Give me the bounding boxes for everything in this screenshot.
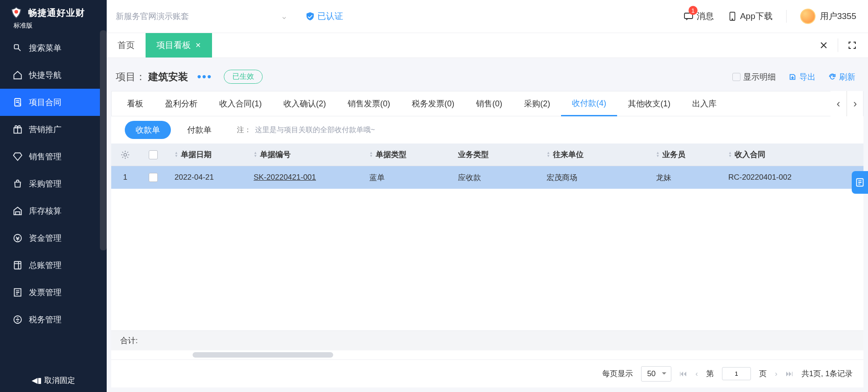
page-prefix: 第 [706, 368, 714, 379]
sidebar-item-tax[interactable]: 税务管理 [0, 306, 107, 333]
per-page-label: 每页显示 [602, 368, 633, 379]
sidebar-item-home[interactable]: 快捷导航 [0, 62, 107, 89]
sidebar-item-invoice[interactable]: 发票管理 [0, 279, 107, 306]
category-tab[interactable]: 出入库 [681, 91, 727, 116]
sidebar-item-label: 搜索菜单 [29, 43, 61, 53]
show-detail-toggle[interactable]: 显示明细 [732, 72, 776, 82]
user-menu[interactable]: 用户3355 [800, 9, 856, 24]
close-icon[interactable]: ✕ [195, 41, 201, 49]
divider [786, 10, 787, 23]
cell-party: 宏茂商场 [539, 172, 649, 183]
category-tab[interactable]: 销售(0) [465, 91, 513, 116]
sub-tab[interactable]: 付款单 [176, 121, 222, 139]
table-body: 12022-04-21SK-20220421-001蓝单应收款宏茂商场龙妹RC-… [111, 166, 863, 330]
svg-point-10 [732, 19, 733, 20]
svg-rect-1 [14, 45, 19, 49]
category-tab[interactable]: 收入确认(2) [273, 91, 337, 116]
last-page-button[interactable]: ⏭ [786, 369, 793, 378]
messages-button[interactable]: 消息 1 [683, 10, 714, 22]
column-docno[interactable]: 单据编号 [246, 149, 362, 160]
brand-edition: 标准版 [0, 22, 107, 34]
sidebar-item-diamond[interactable]: 销售管理 [0, 143, 107, 170]
nav: 搜索菜单快捷导航项目合同营销推广销售管理采购管理库存核算资金管理总账管理发票管理… [0, 34, 107, 369]
category-tab[interactable]: 收付款(4) [561, 91, 617, 116]
row-checkbox[interactable] [139, 173, 167, 182]
tab-scroll-left-button[interactable]: ‹ [830, 91, 847, 116]
more-actions-button[interactable]: ••• [197, 70, 212, 84]
export-button[interactable]: 导出 [788, 72, 816, 82]
app-download-button[interactable]: App下载 [727, 10, 773, 22]
category-tab[interactable]: 税务发票(0) [401, 91, 465, 116]
main: 新服务官网演示账套 ⌄ 已认证 消息 1 App下载 [107, 0, 868, 392]
sidebar-item-contract[interactable]: 项目合同 [0, 89, 107, 116]
refresh-button[interactable]: 刷新 [828, 72, 855, 82]
sidebar: 畅捷通好业财 标准版 搜索菜单快捷导航项目合同营销推广销售管理采购管理库存核算资… [0, 0, 107, 392]
next-page-button[interactable]: › [775, 369, 778, 378]
download-label: App下载 [740, 10, 773, 22]
mobile-icon [727, 11, 737, 21]
category-tab[interactable]: 盈利分析 [154, 91, 208, 116]
column-date[interactable]: 单据日期 [167, 149, 246, 160]
bag-icon [13, 179, 23, 189]
sidebar-item-label: 资金管理 [29, 233, 61, 244]
docno-link[interactable]: SK-20220421-001 [254, 173, 316, 182]
divider [838, 38, 838, 52]
sidebar-item-warehouse[interactable]: 库存核算 [0, 197, 107, 225]
cell-contract: RC-20220401-002 [721, 173, 839, 182]
refresh-label: 刷新 [839, 72, 855, 82]
sidebar-item-gift[interactable]: 营销推广 [0, 116, 107, 143]
column-person[interactable]: 业务员 [649, 149, 721, 160]
sidebar-scrollbar[interactable] [100, 30, 107, 250]
first-page-button[interactable]: ⏮ [679, 369, 687, 378]
category-tab[interactable]: 销售发票(0) [337, 91, 401, 116]
page-input[interactable] [722, 367, 751, 380]
scrollbar-thumb[interactable] [193, 352, 333, 358]
prev-page-button[interactable]: ‹ [695, 369, 698, 378]
account-select-value: 新服务官网演示账套 [116, 11, 189, 22]
page-suffix: 页 [759, 368, 767, 379]
unpin-button[interactable]: ◀▮ 取消固定 [0, 369, 107, 392]
select-all-checkbox[interactable] [139, 150, 167, 159]
cell-person: 龙妹 [649, 172, 721, 183]
horizontal-scrollbar[interactable] [111, 350, 863, 359]
category-tab[interactable]: 采购(2) [513, 91, 561, 116]
category-tab[interactable]: 其他收支(1) [617, 91, 681, 116]
side-action-button[interactable] [852, 171, 868, 194]
column-party[interactable]: 往来单位 [539, 149, 649, 160]
export-label: 导出 [799, 72, 816, 82]
sidebar-item-money[interactable]: 资金管理 [0, 225, 107, 252]
category-tab[interactable]: 收入合同(1) [208, 91, 273, 116]
cell-type: 蓝单 [362, 172, 451, 183]
sidebar-item-bag[interactable]: 采购管理 [0, 170, 107, 197]
sort-icon [728, 152, 732, 158]
tab-首页[interactable]: 首页 [107, 33, 146, 57]
table-footer: 合计: [111, 330, 863, 350]
cell-date: 2022-04-21 [167, 173, 246, 182]
tab-项目看板[interactable]: 项目看板✕ [146, 33, 212, 57]
brand-title: 畅捷通好业财 [28, 7, 85, 19]
sub-tab[interactable]: 收款单 [125, 121, 171, 139]
sidebar-item-ledger[interactable]: 总账管理 [0, 252, 107, 279]
account-select[interactable]: 新服务官网演示账套 ⌄ [116, 11, 297, 22]
checkbox-icon [149, 150, 158, 159]
svg-point-11 [124, 153, 127, 156]
sort-icon [175, 152, 178, 158]
sidebar-item-label: 销售管理 [29, 151, 61, 162]
verified-badge[interactable]: 已认证 [306, 10, 343, 22]
avatar [800, 9, 816, 24]
sidebar-item-label: 项目合同 [29, 97, 61, 108]
sidebar-item-search[interactable]: 搜索菜单 [0, 34, 107, 62]
fullscreen-button[interactable] [844, 38, 860, 53]
close-all-tabs-button[interactable] [816, 38, 831, 53]
category-tab[interactable]: 看板 [116, 91, 154, 116]
column-contract[interactable]: 收入合同 [721, 149, 839, 160]
per-page-select[interactable]: 50 [641, 366, 671, 382]
tab-scroll-right-button[interactable]: › [847, 91, 863, 116]
table-row[interactable]: 12022-04-21SK-20220421-001蓝单应收款宏茂商场龙妹RC-… [111, 166, 863, 189]
sort-icon [656, 152, 660, 158]
category-tabs: 看板盈利分析收入合同(1)收入确认(2)销售发票(0)税务发票(0)销售(0)采… [111, 91, 863, 116]
open-tabs: 首页项目看板✕ [107, 33, 868, 58]
column-type[interactable]: 单据类型 [362, 149, 451, 160]
brand: 畅捷通好业财 [0, 0, 107, 22]
column-settings-button[interactable] [111, 150, 139, 159]
